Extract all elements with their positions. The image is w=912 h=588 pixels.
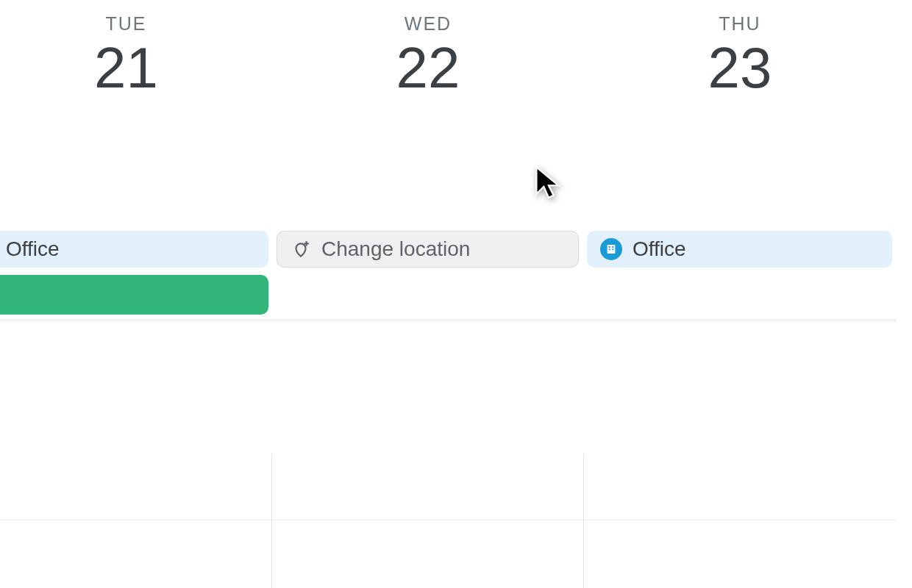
day-abbrev: THU: [719, 13, 760, 35]
day-column-wed[interactable]: Planning update 8–9 AM, Conference room …: [272, 453, 584, 588]
pin-plus-icon: [291, 239, 311, 259]
day-header-wed[interactable]: WED 22: [272, 0, 584, 231]
building-icon: [600, 238, 622, 260]
calendar-week-view: TUE 21 WED 22 THU 23 Office: [0, 0, 912, 588]
change-location-label: Change location: [321, 237, 470, 261]
day-header-tue[interactable]: TUE 21: [0, 0, 272, 231]
day-header-thu[interactable]: THU 23: [584, 0, 896, 231]
svg-rect-7: [608, 245, 616, 254]
svg-rect-9: [612, 246, 613, 248]
day-number: 23: [708, 39, 772, 96]
change-location-button[interactable]: Change location: [277, 231, 579, 268]
time-grid[interactable]: Team workshop 7–9 AM Meeting room 5a Pla…: [0, 453, 896, 588]
svg-rect-11: [612, 248, 613, 250]
day-abbrev: WED: [405, 13, 452, 35]
allday-cell-tue: Office: [0, 231, 272, 319]
allday-cell-thu: Office: [584, 231, 896, 319]
day-column-thu[interactable]: [584, 453, 896, 588]
allday-row: Office Change location: [0, 231, 896, 319]
svg-rect-8: [609, 246, 610, 248]
svg-rect-10: [609, 248, 610, 250]
location-label: Office: [6, 237, 60, 261]
day-number: 21: [94, 39, 158, 96]
location-chip-office[interactable]: Office: [587, 231, 892, 268]
allday-event[interactable]: [0, 275, 268, 315]
day-number: 22: [396, 39, 460, 96]
allday-cell-wed: Change location: [272, 231, 584, 319]
day-abbrev: TUE: [106, 13, 147, 35]
day-column-tue[interactable]: Team workshop 7–9 AM Meeting room 5a: [0, 453, 272, 588]
location-chip-office[interactable]: Office: [0, 231, 268, 268]
location-label: Office: [633, 237, 686, 261]
